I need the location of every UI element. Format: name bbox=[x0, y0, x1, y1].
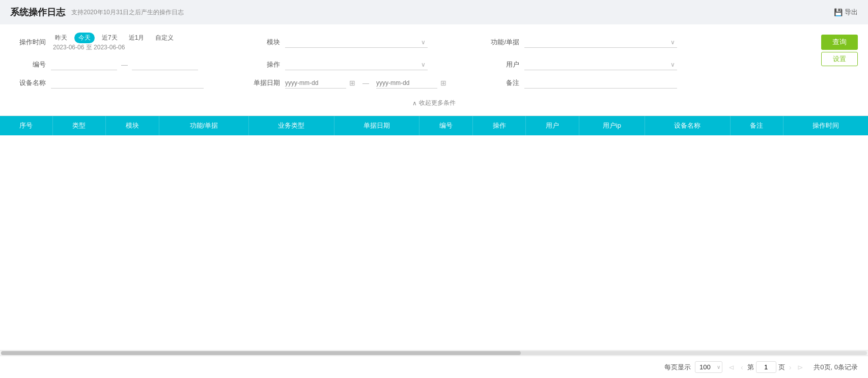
first-page-button[interactable]: ⊲ bbox=[726, 362, 737, 372]
date-label: 单据日期 bbox=[244, 78, 280, 88]
empty-area bbox=[0, 135, 868, 318]
time-options: 昨天 今天 近7天 近1月 自定义 bbox=[51, 33, 178, 43]
export-icon: 💾 bbox=[834, 8, 843, 16]
page-label: 第 bbox=[747, 363, 754, 372]
filter-actions: 查询 设置 bbox=[813, 33, 858, 66]
page-unit: 页 bbox=[778, 363, 785, 372]
operation-label: 操作 bbox=[244, 60, 280, 69]
table-header: 序号 类型 模块 功能/单据 业务类型 单据日期 编号 操作 用户 用户ip 设… bbox=[0, 116, 868, 135]
col-function: 功能/单据 bbox=[159, 116, 248, 135]
scrollbar-thumb[interactable] bbox=[1, 351, 521, 355]
total-text: 共0页, 0条记录 bbox=[814, 363, 858, 372]
col-user-ip: 用户ip bbox=[579, 116, 645, 135]
filter-row-2: 编号 — 操作 ∨ 用户 bbox=[10, 59, 813, 70]
collapse-button[interactable]: ∧ 收起更多条件 bbox=[412, 99, 456, 107]
device-label: 设备名称 bbox=[10, 78, 46, 88]
page-subtitle: 支持2020年10月31日之后产生的操作日志 bbox=[71, 8, 184, 17]
col-business-type: 业务类型 bbox=[249, 116, 334, 135]
time-filter-col: 操作时间 昨天 今天 近7天 近1月 自定义 2023-06-06 至 2023… bbox=[10, 33, 244, 52]
next-page-button[interactable]: › bbox=[787, 362, 794, 372]
time-btn-today[interactable]: 今天 bbox=[74, 33, 95, 43]
module-filter-col: 模块 ∨ bbox=[244, 37, 479, 48]
date-to-input[interactable] bbox=[376, 78, 437, 89]
col-number: 编号 bbox=[419, 116, 472, 135]
col-device: 设备名称 bbox=[645, 116, 730, 135]
per-page-select[interactable]: 100 50 200 bbox=[695, 361, 722, 373]
per-page-wrap: 100 50 200 bbox=[695, 361, 722, 373]
remark-filter-col: 备注 bbox=[479, 77, 813, 89]
page-container: 系统操作日志 支持2020年10月31日之后产生的操作日志 💾 导出 操作时间 … bbox=[0, 0, 868, 378]
time-btn-1month[interactable]: 近1月 bbox=[125, 33, 149, 43]
col-module: 模块 bbox=[106, 116, 159, 135]
page-title: 系统操作日志 bbox=[10, 6, 65, 18]
table-area: 序号 类型 模块 功能/单据 业务类型 单据日期 编号 操作 用户 用户ip 设… bbox=[0, 116, 868, 350]
export-button[interactable]: 💾 导出 bbox=[834, 8, 858, 17]
time-btn-custom[interactable]: 自定义 bbox=[151, 33, 178, 43]
per-page-label: 每页显示 bbox=[664, 363, 691, 372]
remark-label: 备注 bbox=[479, 78, 519, 88]
collapse-label: 收起更多条件 bbox=[419, 99, 456, 107]
page-input[interactable] bbox=[756, 361, 776, 373]
operation-input[interactable] bbox=[285, 59, 428, 70]
filter-row-1: 操作时间 昨天 今天 近7天 近1月 自定义 2023-06-06 至 2023… bbox=[10, 33, 813, 52]
user-filter-col: 用户 ∨ bbox=[479, 59, 813, 70]
page-title-area: 系统操作日志 支持2020年10月31日之后产生的操作日志 bbox=[10, 6, 184, 18]
last-page-button[interactable]: ⊳ bbox=[795, 362, 805, 372]
filter-area: 操作时间 昨天 今天 近7天 近1月 自定义 2023-06-06 至 2023… bbox=[0, 24, 868, 116]
table-header-row: 序号 类型 模块 功能/单据 业务类型 单据日期 编号 操作 用户 用户ip 设… bbox=[0, 116, 868, 135]
col-type: 类型 bbox=[52, 116, 105, 135]
col-user: 用户 bbox=[526, 116, 579, 135]
scrollbar-area[interactable] bbox=[0, 350, 868, 356]
date-dash: — bbox=[362, 79, 369, 87]
number-label: 编号 bbox=[10, 60, 46, 69]
col-index: 序号 bbox=[0, 116, 52, 135]
number-filter-col: 编号 — bbox=[10, 59, 244, 70]
date-from-input[interactable] bbox=[285, 78, 346, 89]
calendar-from-icon[interactable]: ⊞ bbox=[349, 79, 355, 87]
calendar-to-icon[interactable]: ⊞ bbox=[440, 79, 446, 87]
data-table: 序号 类型 模块 功能/单据 业务类型 单据日期 编号 操作 用户 用户ip 设… bbox=[0, 116, 868, 135]
function-input[interactable] bbox=[524, 37, 677, 48]
col-operate-time: 操作时间 bbox=[783, 116, 868, 135]
operation-select-wrap: ∨ bbox=[285, 59, 428, 70]
device-input[interactable] bbox=[51, 77, 204, 89]
number-dash: — bbox=[121, 61, 128, 69]
query-button[interactable]: 查询 bbox=[821, 35, 858, 50]
time-label: 操作时间 bbox=[10, 38, 46, 47]
function-label: 功能/单据 bbox=[479, 38, 519, 47]
date-input-wrap: ⊞ — ⊞ bbox=[285, 78, 446, 89]
time-options-area: 昨天 今天 近7天 近1月 自定义 2023-06-06 至 2023-06-0… bbox=[51, 33, 178, 52]
time-btn-yesterday[interactable]: 昨天 bbox=[51, 33, 71, 43]
scrollbar-track[interactable] bbox=[1, 351, 867, 355]
col-operation: 操作 bbox=[472, 116, 525, 135]
pagination-bar: 每页显示 100 50 200 ⊲ ‹ 第 页 › ⊳ 共0页, 0条记录 bbox=[0, 356, 868, 378]
filter-row-container: 操作时间 昨天 今天 近7天 近1月 自定义 2023-06-06 至 2023… bbox=[10, 33, 858, 96]
number-input-to[interactable] bbox=[132, 59, 198, 70]
collapse-up-icon: ∧ bbox=[412, 100, 417, 107]
module-input[interactable] bbox=[285, 37, 428, 48]
page-header: 系统操作日志 支持2020年10月31日之后产生的操作日志 💾 导出 bbox=[0, 0, 868, 24]
col-date: 单据日期 bbox=[334, 116, 419, 135]
number-input-from[interactable] bbox=[51, 59, 117, 70]
filter-main: 操作时间 昨天 今天 近7天 近1月 自定义 2023-06-06 至 2023… bbox=[10, 33, 813, 96]
user-input[interactable] bbox=[524, 59, 677, 70]
time-range-text: 2023-06-06 至 2023-06-06 bbox=[53, 43, 178, 52]
operation-filter-col: 操作 ∨ bbox=[244, 59, 479, 70]
remark-input[interactable] bbox=[524, 77, 677, 89]
module-label: 模块 bbox=[244, 38, 280, 47]
function-filter-col: 功能/单据 ∨ bbox=[479, 37, 813, 48]
export-label: 导出 bbox=[845, 8, 858, 17]
user-label: 用户 bbox=[479, 60, 519, 69]
device-filter-col: 设备名称 bbox=[10, 77, 244, 89]
col-remark: 备注 bbox=[730, 116, 783, 135]
collapse-bar: ∧ 收起更多条件 bbox=[10, 96, 858, 111]
date-filter-col: 单据日期 ⊞ — ⊞ bbox=[244, 78, 479, 89]
page-nav: ⊲ ‹ 第 页 › ⊳ bbox=[726, 361, 805, 373]
time-btn-7days[interactable]: 近7天 bbox=[98, 33, 122, 43]
user-select-wrap: ∨ bbox=[524, 59, 677, 70]
settings-button[interactable]: 设置 bbox=[821, 52, 858, 66]
prev-page-button[interactable]: ‹ bbox=[739, 362, 745, 372]
function-select-wrap: ∨ bbox=[524, 37, 677, 48]
module-select-wrap: ∨ bbox=[285, 37, 428, 48]
filter-row-3: 设备名称 单据日期 ⊞ — ⊞ bbox=[10, 77, 813, 89]
